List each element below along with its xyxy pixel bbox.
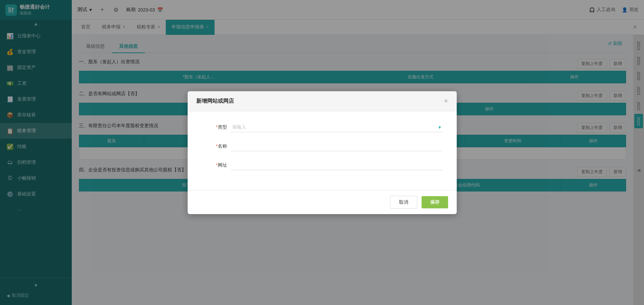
form-row-name: *名称 [202,141,442,151]
url-required-marker: * [216,162,217,168]
name-input-wrapper [231,141,442,151]
type-required-marker: * [216,124,217,130]
url-input[interactable] [231,160,442,170]
type-input-wrapper: ▾ [231,122,442,132]
url-label: *网址 [202,162,231,168]
name-label: *名称 [202,143,231,149]
name-input[interactable] [231,141,442,151]
modal-title: 新增网站或网店 [196,98,234,105]
form-row-type: *类型 ▾ [202,122,442,132]
modal-close-button[interactable]: × [444,98,448,104]
url-input-wrapper [231,160,442,170]
cancel-button[interactable]: 取消 [390,196,417,209]
modal-body: *类型 ▾ *名称 *网址 [188,111,457,190]
form-row-url: *网址 [202,160,442,170]
add-website-modal: 新增网站或网店 × *类型 ▾ *名称 [188,91,457,214]
name-required-marker: * [216,143,217,149]
modal-overlay: 新增网站或网店 × *类型 ▾ *名称 [0,0,644,305]
modal-footer: 取消 保存 [188,190,457,214]
modal-header: 新增网站或网店 × [188,91,457,111]
type-input[interactable] [231,122,442,132]
type-label: *类型 [202,124,231,130]
save-button[interactable]: 保存 [422,196,448,208]
